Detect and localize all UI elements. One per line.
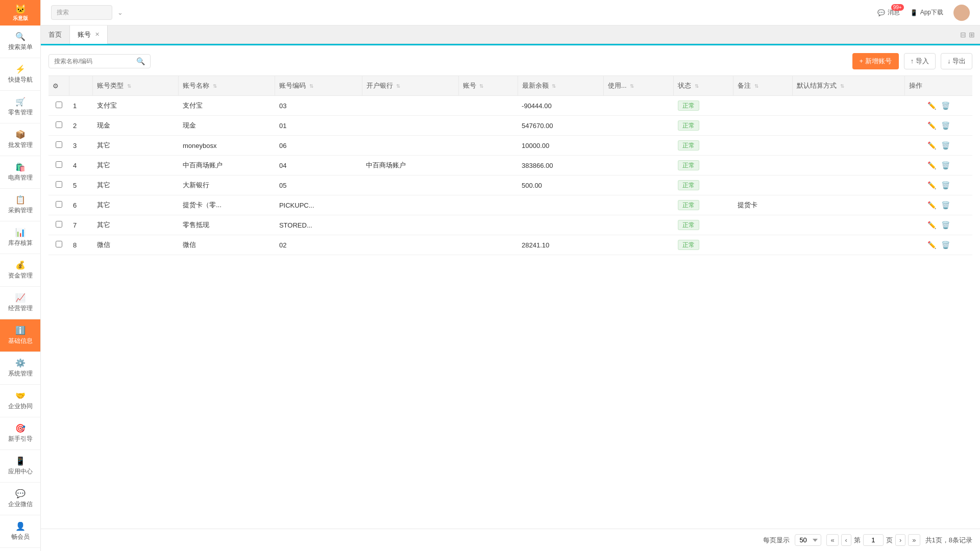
delete-button[interactable]: 🗑️: [941, 102, 950, 110]
sidebar-item-finance[interactable]: 💰资金管理: [0, 254, 40, 287]
row-name: 大新银行: [179, 176, 275, 195]
search-box[interactable]: 🔍: [48, 54, 151, 68]
row-select-checkbox[interactable]: [56, 181, 62, 188]
app-download-button[interactable]: 📱 App下载: [910, 8, 943, 17]
row-select-checkbox[interactable]: [56, 161, 62, 168]
sidebar-item-wechat[interactable]: 💬企业微信: [0, 483, 40, 515]
row-balance: 28241.10: [518, 235, 603, 255]
purchase-icon: 📋: [15, 195, 26, 205]
row-select-checkbox[interactable]: [56, 141, 62, 148]
col-balance[interactable]: 最新余额 ⇅: [518, 76, 603, 96]
col-status[interactable]: 状态 ⇅: [674, 76, 733, 96]
col-name[interactable]: 账号名称 ⇅: [179, 76, 275, 96]
page-first-button[interactable]: «: [826, 534, 838, 546]
sidebar-item-member[interactable]: 👤畅会员: [0, 515, 40, 548]
search-icon: 🔍: [15, 32, 26, 41]
tab-account[interactable]: 账号✕: [70, 26, 108, 44]
tab-close-button[interactable]: ✕: [95, 31, 100, 38]
edit-button[interactable]: ✏️: [927, 121, 936, 130]
row-bank: [362, 96, 458, 116]
col-usage[interactable]: 使用... ⇅: [603, 76, 674, 96]
row-checkbox[interactable]: [48, 195, 69, 215]
top-search-expand[interactable]: ⌄: [117, 9, 123, 16]
delete-button[interactable]: 🗑️: [941, 161, 950, 169]
row-num: 6: [69, 195, 93, 215]
delete-button[interactable]: 🗑️: [941, 121, 950, 130]
edit-button[interactable]: ✏️: [927, 181, 936, 189]
page-next-button[interactable]: ›: [895, 534, 905, 546]
sidebar-item-purchase[interactable]: 📋采购管理: [0, 189, 40, 221]
row-notes: [733, 156, 793, 176]
sidebar-item-retail[interactable]: 🛒零售管理: [0, 91, 40, 123]
row-checkbox[interactable]: [48, 176, 69, 195]
member-icon: 👤: [15, 521, 26, 531]
row-checkbox[interactable]: [48, 215, 69, 235]
agreement-icon: 🤝: [15, 391, 26, 400]
row-select-checkbox[interactable]: [56, 201, 62, 208]
tab-home[interactable]: 首页: [41, 26, 70, 44]
row-select-checkbox[interactable]: [56, 241, 62, 247]
row-checkbox[interactable]: [48, 116, 69, 136]
delete-button[interactable]: 🗑️: [941, 181, 950, 189]
col-code[interactable]: 账号编码 ⇅: [275, 76, 362, 96]
delete-button[interactable]: 🗑️: [941, 201, 950, 209]
delete-button[interactable]: 🗑️: [941, 241, 950, 249]
export-button[interactable]: ↓ 导出: [941, 53, 972, 69]
edit-button[interactable]: ✏️: [927, 102, 936, 110]
col-type[interactable]: 账号类型 ⇅: [93, 76, 179, 96]
add-account-button[interactable]: + 新增账号: [852, 53, 899, 69]
tab-maximize-icon[interactable]: ⊞: [969, 31, 975, 39]
row-checkbox[interactable]: [48, 96, 69, 116]
page-input[interactable]: [863, 534, 884, 546]
delete-button[interactable]: 🗑️: [941, 141, 950, 149]
search-input[interactable]: [54, 58, 136, 65]
edit-button[interactable]: ✏️: [927, 141, 936, 149]
table-row: 1 支付宝 支付宝 03 -90444.00 正常 ✏️ 🗑️: [48, 96, 972, 116]
status-badge: 正常: [678, 101, 699, 111]
row-account: [458, 156, 518, 176]
row-checkbox[interactable]: [48, 156, 69, 176]
sidebar-item-appcenter[interactable]: 📱应用中心: [0, 450, 40, 483]
row-name: 支付宝: [179, 96, 275, 116]
col-notes[interactable]: 备注 ⇅: [733, 76, 793, 96]
row-balance: 383866.00: [518, 156, 603, 176]
sidebar-item-ecommerce[interactable]: 🛍️电商管理: [0, 156, 40, 189]
sidebar-item-agreement[interactable]: 🤝企业协同: [0, 385, 40, 417]
row-notes: [733, 96, 793, 116]
page-size-select[interactable]: 50 20 100: [795, 534, 821, 546]
sidebar-item-guide[interactable]: 🎯新手引导: [0, 417, 40, 450]
row-checkbox[interactable]: [48, 136, 69, 156]
row-select-checkbox[interactable]: [56, 102, 62, 108]
sidebar-item-shortcuts[interactable]: ⚡快捷导航: [0, 58, 40, 91]
row-select-checkbox[interactable]: [56, 121, 62, 128]
sidebar-item-search[interactable]: 🔍搜索菜单: [0, 26, 40, 58]
sidebar-item-operations[interactable]: 📈经营管理: [0, 287, 40, 319]
sidebar-item-wholesale[interactable]: 📦批发管理: [0, 123, 40, 156]
row-select-checkbox[interactable]: [56, 221, 62, 228]
import-button[interactable]: ↑ 导入: [904, 53, 936, 69]
col-default-payment[interactable]: 默认结算方式 ⇅: [792, 76, 904, 96]
page-last-button[interactable]: »: [908, 534, 920, 546]
tab-minimize-icon[interactable]: ⊟: [960, 31, 966, 39]
row-checkbox[interactable]: [48, 235, 69, 255]
col-settings[interactable]: ⚙: [48, 76, 69, 96]
toolbar: 🔍 + 新增账号 ↑ 导入 ↓ 导出: [48, 53, 972, 69]
sidebar-item-system[interactable]: ⚙️系统管理: [0, 352, 40, 385]
delete-button[interactable]: 🗑️: [941, 221, 950, 229]
edit-button[interactable]: ✏️: [927, 161, 936, 169]
user-avatar[interactable]: [953, 5, 970, 21]
row-notes: [733, 176, 793, 195]
col-account[interactable]: 账号 ⇅: [458, 76, 518, 96]
top-search-input[interactable]: 搜索: [51, 5, 112, 20]
edit-button[interactable]: ✏️: [927, 221, 936, 229]
sidebar-item-inventory[interactable]: 📊库存核算: [0, 221, 40, 254]
page-prev-button[interactable]: ‹: [841, 534, 851, 546]
app-logo: 🐱 乐意版: [0, 0, 40, 26]
message-button[interactable]: 💬 消息 99+: [877, 8, 900, 17]
table-row: 6 其它 提货卡（零... PICKUPC... 正常 提货卡 ✏️ 🗑️: [48, 195, 972, 215]
sidebar-item-basic[interactable]: ℹ️基础信息: [0, 319, 40, 352]
edit-button[interactable]: ✏️: [927, 241, 936, 249]
col-bank[interactable]: 开户银行 ⇅: [362, 76, 458, 96]
edit-button[interactable]: ✏️: [927, 201, 936, 209]
sidebar-item-label: 企业协同: [8, 402, 33, 411]
